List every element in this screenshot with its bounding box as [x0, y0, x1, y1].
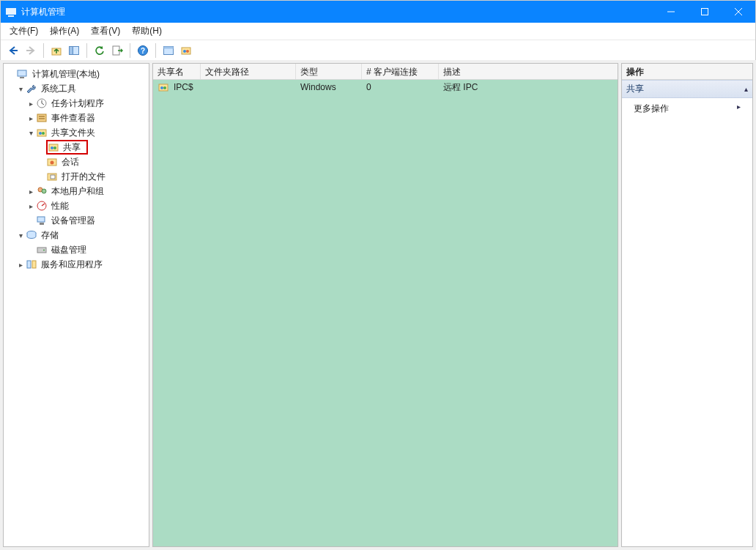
- tree-open-files[interactable]: ▸ 打开的文件: [5, 169, 147, 184]
- actions-section-title[interactable]: 共享 ▴: [622, 80, 752, 98]
- svg-rect-37: [40, 223, 44, 225]
- tree-label: 设备管理器: [50, 214, 97, 228]
- table-row[interactable]: IPC$ Windows 0 远程 IPC: [153, 80, 618, 94]
- tree-event-viewer[interactable]: ▸ 事件查看器: [5, 111, 147, 125]
- tree-shares[interactable]: ▸ 共享: [5, 140, 147, 155]
- chevron-right-icon[interactable]: ▸: [26, 201, 36, 211]
- tree-disk-management[interactable]: ▸ 磁盘管理: [5, 242, 147, 257]
- maximize-button[interactable]: [688, 1, 722, 23]
- tree-label: 共享: [62, 141, 82, 155]
- show-hide-tree-button[interactable]: [66, 42, 82, 59]
- cell-type: Windows: [296, 81, 362, 94]
- toolbar-separator: [86, 43, 87, 58]
- column-header-clients[interactable]: # 客户端连接: [362, 64, 439, 79]
- svg-point-25: [42, 132, 45, 135]
- tree-system-tools[interactable]: ▾ 系统工具: [5, 81, 147, 96]
- column-header-name[interactable]: 共享名: [153, 64, 201, 79]
- list-pane: 共享名 文件夹路径 类型 # 客户端连接 描述 IPC$ Windows 0 远…: [152, 63, 618, 547]
- svg-rect-41: [27, 261, 31, 268]
- tree-root[interactable]: ▶ 计算机管理(本地): [5, 67, 147, 81]
- shares-icon: [48, 141, 59, 153]
- all-tasks-button[interactable]: [178, 42, 194, 59]
- tree-label: 会话: [60, 155, 81, 169]
- tree-services-apps[interactable]: ▸ 服务和应用程序: [5, 257, 147, 272]
- svg-rect-18: [20, 77, 24, 78]
- cell-path: [201, 86, 296, 89]
- tree-sessions[interactable]: ▸ 会话: [5, 155, 147, 169]
- tree-local-users[interactable]: ▸ 本地用户和组: [5, 184, 147, 198]
- svg-point-44: [160, 86, 163, 89]
- svg-rect-32: [51, 175, 55, 179]
- chevron-down-icon[interactable]: ▾: [15, 230, 26, 240]
- refresh-button[interactable]: [92, 42, 108, 59]
- column-header-type[interactable]: 类型: [296, 64, 362, 79]
- toolbar-separator: [130, 43, 130, 58]
- chevron-right-icon[interactable]: ▸: [26, 186, 36, 196]
- minimize-button[interactable]: [654, 1, 688, 23]
- menu-file[interactable]: 文件(F): [4, 23, 44, 39]
- tree-shared-folders[interactable]: ▾ 共享文件夹: [5, 125, 147, 140]
- list-header: 共享名 文件夹路径 类型 # 客户端连接 描述: [153, 64, 618, 80]
- menu-action[interactable]: 操作(A): [44, 23, 85, 39]
- computer-mgmt-icon: [17, 68, 29, 80]
- up-level-button[interactable]: [48, 42, 64, 59]
- app-icon: [5, 6, 17, 18]
- chevron-down-icon[interactable]: ▾: [15, 83, 26, 94]
- title-bar: 计算机管理: [1, 1, 755, 23]
- new-share-button[interactable]: [160, 42, 177, 59]
- column-header-path[interactable]: 文件夹路径: [201, 64, 296, 79]
- sessions-icon: [46, 156, 58, 168]
- toolbar: ?: [1, 40, 755, 61]
- cell-clients: 0: [362, 81, 439, 94]
- svg-rect-1: [8, 15, 14, 17]
- tree: ▶ 计算机管理(本地) ▾ 系统工具 ▸ 任务计划程序 ▸ 事件查看器 ▾: [4, 64, 149, 275]
- share-icon: [158, 81, 169, 93]
- highlight-annotation: 共享: [46, 140, 88, 155]
- event-viewer-icon: [36, 112, 48, 124]
- menu-bar: 文件(F) 操作(A) 查看(V) 帮助(H): [1, 23, 755, 40]
- tree-task-scheduler[interactable]: ▸ 任务计划程序: [5, 96, 147, 111]
- chevron-down-icon[interactable]: ▾: [26, 127, 36, 138]
- tree-label: 本地用户和组: [50, 185, 105, 198]
- actions-section-label: 共享: [626, 83, 644, 95]
- tree-performance[interactable]: ▸ 性能: [5, 198, 147, 213]
- svg-rect-23: [37, 130, 46, 136]
- tree-label: 存储: [40, 228, 60, 242]
- close-button[interactable]: [722, 1, 755, 23]
- cell-name: IPC$: [174, 82, 193, 92]
- svg-rect-20: [37, 114, 46, 122]
- tree-label: 系统工具: [40, 82, 78, 96]
- disk-icon: [36, 244, 48, 256]
- svg-point-24: [39, 132, 42, 135]
- menu-help[interactable]: 帮助(H): [126, 23, 168, 39]
- tree-root-label: 计算机管理(本地): [31, 67, 101, 81]
- cell-desc: 远程 IPC: [439, 80, 618, 95]
- actions-pane: 操作 共享 ▴ 更多操作 ▸: [621, 63, 753, 547]
- tree-label: 服务和应用程序: [40, 258, 104, 272]
- chevron-right-icon[interactable]: ▸: [26, 98, 36, 108]
- svg-rect-13: [164, 46, 174, 48]
- export-list-button[interactable]: [109, 42, 125, 59]
- list-body[interactable]: IPC$ Windows 0 远程 IPC: [153, 80, 618, 546]
- chevron-right-icon[interactable]: ▸: [26, 113, 36, 123]
- forward-button[interactable]: [23, 42, 39, 59]
- clock-icon: [36, 97, 48, 109]
- tree-label: 事件查看器: [50, 111, 97, 125]
- actions-more[interactable]: 更多操作 ▸: [622, 98, 752, 119]
- column-header-desc[interactable]: 描述: [439, 64, 618, 79]
- svg-rect-26: [49, 144, 58, 151]
- device-manager-icon: [36, 215, 48, 226]
- svg-rect-39: [37, 248, 46, 253]
- wrench-icon: [26, 83, 37, 94]
- help-button[interactable]: ?: [135, 42, 151, 59]
- tree-storage[interactable]: ▾ 存储: [5, 228, 147, 242]
- svg-rect-36: [37, 217, 45, 222]
- chevron-right-icon[interactable]: ▸: [15, 259, 26, 270]
- svg-point-30: [51, 161, 54, 165]
- toolbar-separator: [155, 43, 156, 58]
- menu-view[interactable]: 查看(V): [85, 23, 126, 39]
- svg-rect-14: [182, 48, 190, 54]
- tree-label: 磁盘管理: [50, 243, 88, 257]
- back-button[interactable]: [5, 42, 21, 59]
- tree-device-manager[interactable]: ▸ 设备管理器: [5, 213, 147, 228]
